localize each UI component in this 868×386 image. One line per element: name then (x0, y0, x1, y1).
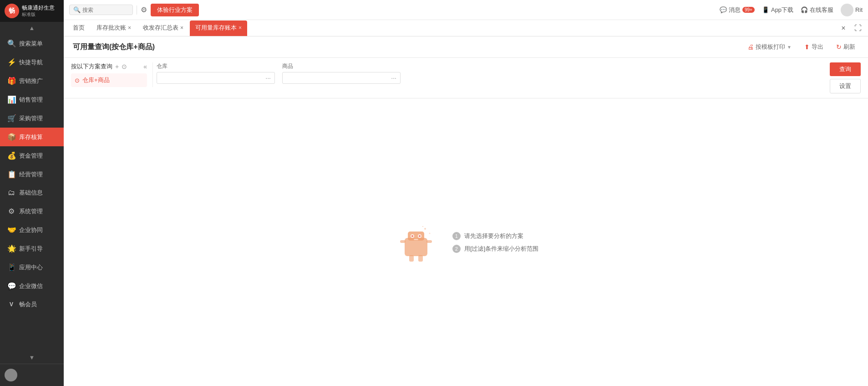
sidebar-scroll-down[interactable]: ▼ (0, 351, 64, 364)
template-print-button[interactable]: 🖨 按模板打印 ▼ (744, 41, 795, 53)
app-download-button[interactable]: 📱 App下载 (762, 6, 793, 14)
topbar-gear-icon[interactable]: ⚙ (141, 5, 147, 14)
product-more-icon[interactable]: ··· (391, 74, 396, 82)
system-icon: ⚙ (7, 207, 15, 216)
svg-rect-10 (418, 255, 423, 262)
sidebar-item-basic[interactable]: 🗂 基础信息 (0, 184, 64, 202)
topbar-right: 💬 消息 99+ 📱 App下载 🎧 在线客服 Rit (720, 4, 863, 16)
template-print-chevron: ▼ (787, 45, 792, 50)
sidebar-item-inventory[interactable]: 📦 库存核算 (0, 128, 64, 146)
sidebar-label-sales: 销售管理 (19, 96, 43, 104)
user-avatar (841, 4, 853, 16)
tab-batch-account[interactable]: 库存批次账 × (91, 21, 137, 36)
tab-batch-account-close[interactable]: × (128, 25, 131, 31)
app-download-label: App下载 (771, 6, 793, 14)
collapse-panel-icon[interactable]: « (143, 63, 147, 70)
sidebar-item-finance[interactable]: 💰 资金管理 (0, 146, 64, 165)
sidebar-item-search[interactable]: 🔍 搜索菜单 (0, 34, 64, 53)
sidebar-label-guide: 新手引导 (19, 245, 43, 253)
sidebar-item-sales[interactable]: 📊 销售管理 (0, 90, 64, 109)
shortcut-icon: ⚡ (7, 58, 15, 67)
filter-settings-button[interactable]: 设置 (830, 79, 861, 93)
tab-available-ledger-label: 可用量库存账本 (195, 24, 237, 32)
settings-scheme-icon[interactable]: ⊙ (122, 63, 127, 70)
online-service-label: 在线客服 (810, 6, 833, 14)
online-service-button[interactable]: 🎧 在线客服 (801, 6, 833, 14)
marketing-icon: 🎁 (7, 77, 15, 85)
app-download-icon: 📱 (762, 6, 769, 13)
empty-state: 1 请先选择要分析的方案 2 用[过滤]条件来缩小分析范围 (64, 98, 868, 386)
empty-tip-1: 1 请先选择要分析的方案 (452, 232, 538, 240)
sidebar-item-enterprise[interactable]: 🤝 企业协同 (0, 221, 64, 239)
user-menu[interactable]: Rit (841, 4, 863, 16)
warehouse-input[interactable] (161, 75, 264, 82)
message-icon: 💬 (720, 6, 727, 13)
trial-button[interactable]: 体验行业方案 (151, 4, 199, 16)
topbar-search-input[interactable] (82, 7, 128, 13)
sidebar-item-wechat[interactable]: 💬 企业微信 (0, 277, 64, 295)
sidebar-item-system[interactable]: ⚙ 系统管理 (0, 202, 64, 221)
empty-tip-2: 2 用[过滤]条件来缩小分析范围 (452, 245, 538, 253)
tab-home[interactable]: 首页 (67, 21, 90, 36)
scheme-label: 按以下方案查询 + ⊙ « (71, 62, 147, 71)
sales-icon: 📊 (7, 95, 15, 104)
empty-robot-illustration (393, 220, 439, 265)
product-field-input-container: ··· (282, 72, 401, 84)
message-button[interactable]: 💬 消息 99+ (720, 6, 755, 14)
tip-num-1: 1 (452, 232, 461, 240)
warehouse-field-label: 仓库 (157, 62, 275, 70)
sidebar-item-app-center[interactable]: 📱 应用中心 (0, 258, 64, 277)
tab-available-ledger[interactable]: 可用量库存账本 × (190, 21, 247, 36)
sidebar-item-guide[interactable]: 🌟 新手引导 (0, 239, 64, 258)
sidebar-label-inventory: 库存核算 (19, 133, 43, 141)
app-name: 畅康通好生意 (22, 5, 55, 12)
basic-icon: 🗂 (7, 189, 15, 197)
scheme-item-icon: ⊙ (75, 77, 80, 84)
member-icon: V (7, 301, 15, 308)
tip-text-1: 请先选择要分析的方案 (464, 232, 523, 240)
enterprise-icon: 🤝 (7, 226, 15, 234)
scheme-label-text: 按以下方案查询 (71, 62, 112, 71)
tab-collect-summary-close[interactable]: × (180, 25, 183, 31)
product-field-label: 商品 (282, 62, 401, 70)
sidebar-footer[interactable] (0, 364, 64, 386)
sidebar-user-avatar (5, 369, 17, 381)
sidebar-nav: 🔍 搜索菜单 ⚡ 快捷导航 🎁 营销推广 📊 销售管理 🛒 采购管理 📦 库存核… (0, 34, 64, 351)
tip-num-2: 2 (452, 245, 461, 253)
svg-rect-7 (400, 240, 406, 243)
sidebar-item-purchase[interactable]: 🛒 采购管理 (0, 109, 64, 128)
export-button[interactable]: ⬆ 导出 (801, 41, 827, 53)
query-button[interactable]: 查询 (830, 62, 861, 76)
warehouse-more-icon[interactable]: ··· (265, 74, 271, 82)
purchase-icon: 🛒 (7, 114, 15, 123)
svg-point-4 (411, 235, 413, 237)
sidebar-label-app-center: 应用中心 (19, 263, 43, 272)
sidebar: 畅 畅康通好生意 标准版 ▲ 🔍 搜索菜单 ⚡ 快捷导航 🎁 营销推广 📊 销售… (0, 0, 64, 386)
product-input[interactable] (286, 75, 389, 82)
sidebar-label-shortcut: 快捷导航 (19, 58, 43, 67)
export-label: 导出 (812, 43, 823, 51)
tab-collect-summary[interactable]: 收发存汇总表 × (137, 21, 189, 36)
tabs-bar: 首页 库存批次账 × 收发存汇总表 × 可用量库存账本 × × ⛶ (64, 20, 868, 36)
svg-rect-6 (414, 239, 418, 240)
topbar-search-icon: 🔍 (73, 6, 81, 13)
sidebar-scroll-up[interactable]: ▲ (0, 22, 64, 34)
tabs-close-all-button[interactable]: × (837, 22, 850, 35)
sidebar-header: 畅 畅康通好生意 标准版 (0, 0, 64, 22)
tab-collect-summary-label: 收发存汇总表 (143, 24, 178, 32)
scheme-item-warehouse-product[interactable]: ⊙ 仓库+商品 (71, 73, 147, 87)
sidebar-label-member: 畅会员 (19, 300, 37, 309)
template-print-label: 按模板打印 (756, 43, 785, 51)
tab-available-ledger-close[interactable]: × (239, 25, 242, 31)
sidebar-item-member[interactable]: V 畅会员 (0, 295, 64, 314)
empty-tips: 1 请先选择要分析的方案 2 用[过滤]条件来缩小分析范围 (452, 232, 538, 253)
filter-fields: 仓库 ··· 商品 ··· (157, 62, 826, 84)
svg-point-12 (429, 232, 430, 234)
sidebar-item-operations[interactable]: 📋 经营管理 (0, 165, 64, 184)
sidebar-item-marketing[interactable]: 🎁 营销推广 (0, 72, 64, 90)
sidebar-label-purchase: 采购管理 (19, 114, 43, 123)
refresh-button[interactable]: ↻ 刷新 (832, 41, 859, 53)
tabs-expand-button[interactable]: ⛶ (852, 22, 864, 35)
add-scheme-icon[interactable]: + (115, 63, 119, 70)
sidebar-item-shortcut[interactable]: ⚡ 快捷导航 (0, 53, 64, 72)
